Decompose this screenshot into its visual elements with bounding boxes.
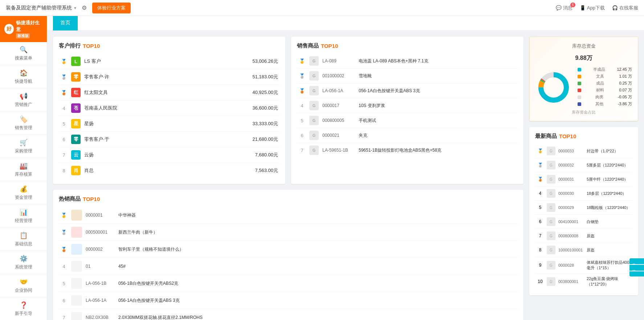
sidebar-finance-label: 资金管理 — [15, 194, 32, 201]
legend-name-6: 其他 — [583, 101, 616, 107]
legend-name-5: 肉类 — [583, 94, 616, 100]
sidebar: 好 畅捷通好生意 标准版 🔍 搜索菜单 🏠 快捷导航 📢 营销推广 🏷️ 销售管… — [0, 16, 47, 320]
customer-row-7: 7 云 云扬 7,680.00元 — [59, 147, 280, 163]
trial-button[interactable]: 体验行业方案 — [92, 3, 131, 13]
sidebar-item-search[interactable]: 🔍 搜索菜单 — [0, 42, 47, 65]
sidebar-item-guide[interactable]: ❓ 新手引导 — [0, 298, 47, 320]
prod-row-5: 5 G 000800005 手机测试 — [297, 113, 518, 128]
hot-name-7: 2.0X30MM双搓花轴.搓花直径2.1MM/ROHS — [118, 315, 516, 320]
logo-text-container: 畅捷通好生意 标准版 — [16, 20, 42, 38]
sidebar-system-label: 系统管理 — [15, 264, 32, 270]
prod-row-1: 🥇 G LA-089 电池盖 LA-089 ABS本色+黑种 7.1克 — [297, 54, 518, 69]
sidebar-enterprise-label: 企业协同 — [15, 287, 32, 294]
legend-item-1: 半成品 12.45 万 — [578, 67, 632, 72]
float-service: 客服热线 服务社区 直播 — [629, 258, 644, 276]
new-code-10: 003800001 — [558, 279, 584, 284]
rank-badge-1: L — [71, 57, 81, 66]
sidebar-item-system[interactable]: ⚙️ 系统管理 — [0, 251, 47, 274]
rank-amount-5: 33,333.00元 — [252, 120, 278, 127]
customer-row-4: 4 苍 苍南县人民医院 36,600.00元 — [59, 100, 280, 116]
prod-name-3: 056-1A白色按键开关盖ABS 3克 — [359, 88, 516, 94]
tab-home[interactable]: 首页 — [53, 16, 78, 30]
hot-img-5 — [71, 278, 82, 289]
legend-val-6: -3.86 万 — [618, 101, 632, 107]
online-service-button[interactable]: 🎧 在线客服 — [612, 5, 638, 11]
sidebar-item-basic[interactable]: 📋 基础信息 — [0, 228, 47, 251]
logo-text: 畅捷通好生意 — [16, 20, 42, 33]
sidebar-search-label: 搜索菜单 — [15, 55, 32, 61]
new-code-2: 0000032 — [558, 163, 584, 167]
app-download-button[interactable]: 📱 App下载 — [580, 5, 605, 11]
prod-name-5: 手机测试 — [359, 118, 516, 124]
new-name-1: 封边带（1.0*22） — [587, 148, 631, 154]
legend-val-2: 1.01 万 — [619, 74, 632, 79]
hot-code-3: 0000002 — [86, 247, 115, 252]
hot-img-1 — [71, 210, 82, 221]
prod-code-6: 0000021 — [322, 133, 355, 138]
sidebar-marketing-label: 营销推广 — [15, 102, 32, 108]
topbar: 装备及固定资产辅助管理系统 ▾ ⚙ 体验行业方案 💬 消息 6 📱 App下载 … — [0, 0, 644, 16]
main-content: 客户排行 TOP10 🥇 L LS 客户 53,006.26元 🥈 零 — [47, 31, 644, 320]
sidebar-item-sales[interactable]: 🏷️ 销售管理 — [0, 112, 47, 135]
legend-val-4: 0.07 万 — [619, 87, 632, 93]
hot-num-7: 7 — [60, 315, 68, 320]
operation-icon: 📊 — [20, 208, 28, 216]
system-name: 装备及固定资产辅助管理系统 — [6, 5, 72, 11]
hot-row-1: 🥇 0000001 中华神器 — [59, 207, 518, 224]
sidebar-item-finance[interactable]: 💰 资金管理 — [0, 181, 47, 205]
new-name-7: 原盔 — [587, 233, 631, 239]
tab-home-label: 首页 — [60, 20, 70, 25]
hot-name-2: 新西兰牛肉（新牛） — [118, 229, 516, 235]
purchase-icon: 🛒 — [20, 139, 28, 147]
customer-ranking-card: 客户排行 TOP10 🥇 L LS 客户 53,006.26元 🥈 零 — [53, 37, 285, 184]
rank-badge-6: 零 — [71, 135, 81, 144]
legend-item-2: 文具 1.01 万 — [578, 74, 632, 79]
new-row-7: 7 G 000800008 原盔 — [535, 229, 632, 243]
finance-icon: 💰 — [20, 185, 28, 193]
legend-name-3: 成品 — [583, 81, 617, 86]
new-medal-2: 🥈 — [537, 163, 544, 168]
inventory-amount: 9.88万 — [535, 51, 632, 62]
message-badge: 6 — [570, 3, 575, 7]
new-num-8: 8 — [537, 247, 544, 253]
prod-name-7: 59651-1B旋转投影灯电池盒ABS黑色+58克 — [359, 147, 516, 153]
sidebar-item-marketing[interactable]: 📢 营销推广 — [0, 89, 47, 112]
logo-tag: 标准版 — [16, 33, 30, 38]
new-icon-7: G — [547, 231, 555, 240]
system-selector[interactable]: 装备及固定资产辅助管理系统 ▾ — [6, 5, 76, 11]
new-icon-9: G — [547, 261, 555, 270]
new-products-card: 最新商品 TOP10 🥇 G 0000033 封边带（1.0*22） 🥈 G 0… — [529, 127, 638, 295]
prod-code-5: 000800005 — [322, 118, 355, 123]
message-icon: 💬 — [556, 5, 562, 11]
new-row-8: 8 G 10000100001 原盔 — [535, 243, 632, 257]
rank-num-5: 5 — [60, 121, 68, 127]
prod-row-3: 🥉 G LA-056-1A 056-1A白色按键开关盖ABS 3克 — [297, 83, 518, 98]
new-row-9: 9 G 0000028 体斌嘉枝味苏打饮品400毫升（1*15） — [535, 257, 632, 274]
new-name-8: 原盔 — [587, 247, 631, 253]
inventory-card: 库存总资金 9.88万 — [529, 37, 638, 121]
float-btn-live[interactable]: 直播 — [629, 271, 644, 276]
sidebar-item-operation[interactable]: 📊 经营管理 — [0, 205, 47, 228]
new-name-3: 5厘中纤（1220*2440） — [587, 177, 631, 182]
message-button[interactable]: 💬 消息 6 — [556, 5, 572, 11]
prod-num-7: 7 — [298, 148, 306, 153]
hot-img-4 — [71, 261, 82, 272]
new-medal-3: 🥉 — [537, 177, 544, 182]
legend-item-6: 其他 -3.86 万 — [578, 101, 632, 107]
search-icon: 🔍 — [20, 46, 28, 54]
home-icon: 🏠 — [20, 69, 28, 77]
sidebar-item-quicknav[interactable]: 🏠 快捷导航 — [0, 65, 47, 89]
settings-button[interactable]: ⚙ — [79, 3, 89, 13]
system-icon: ⚙️ — [20, 255, 28, 263]
sidebar-item-enterprise[interactable]: 🤝 企业协同 — [0, 274, 47, 298]
rank-badge-8: 肖 — [71, 166, 81, 175]
hot-num-5: 5 — [60, 281, 68, 286]
sidebar-item-inventory[interactable]: 🏭 库存核算 — [0, 158, 47, 181]
float-btn-service[interactable]: 客服热线 — [629, 258, 644, 264]
sidebar-quicknav-label: 快捷导航 — [15, 78, 32, 85]
float-btn-community[interactable]: 服务社区 — [629, 265, 644, 271]
rank-badge-7: 云 — [71, 150, 81, 160]
new-medal-1: 🥇 — [537, 148, 544, 153]
hot-img-2 — [71, 227, 82, 238]
sidebar-item-purchase[interactable]: 🛒 采购管理 — [0, 135, 47, 158]
